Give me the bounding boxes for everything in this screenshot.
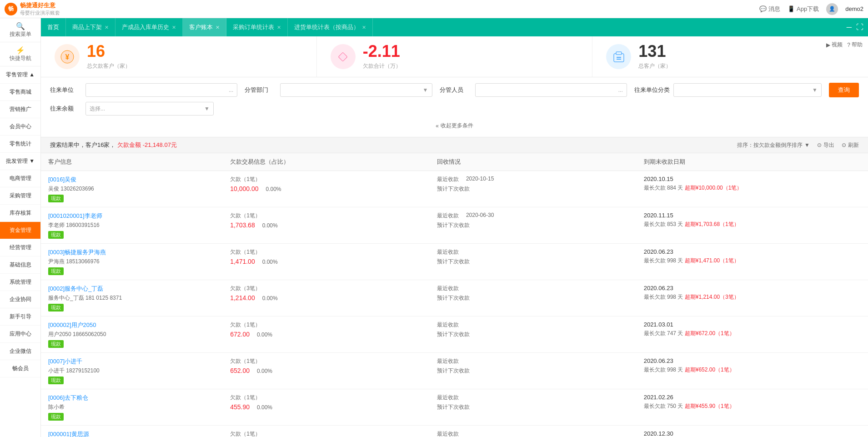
overdue-amount-1[interactable]: 超期¥1,703.68（1笔） (685, 221, 739, 227)
sidebar-item-batch-mgmt[interactable]: 批发管理 ▼ (0, 153, 40, 170)
summary-cards: ¥ 16 总欠款客户（家） -2.11 (41, 36, 868, 77)
help-btn[interactable]: ? 帮助 (847, 41, 863, 49)
refresh-btn[interactable]: ⊙ 刷新 (842, 141, 859, 149)
owe-amount-6[interactable]: 455.90 (230, 403, 250, 411)
tab-import-stat[interactable]: 进货单统计表（按商品） ✕ (288, 18, 373, 36)
tab-customer-account-close[interactable]: ✕ (216, 25, 220, 30)
overdue-amount-3[interactable]: 超期¥1,214.00（3笔） (685, 294, 739, 300)
owe-amount-2[interactable]: 1,471.00 (230, 258, 255, 265)
overdue-amount-5[interactable]: 超期¥652.00（1笔） (685, 367, 735, 373)
filter-dept: 分管部门 ▼ (245, 83, 432, 97)
sidebar-item-finance[interactable]: 资金管理 (0, 222, 40, 239)
purchase-label: 采购管理 (10, 192, 31, 199)
search-menu-item[interactable]: 🔍 搜索菜单 (0, 18, 40, 42)
customer-id-link-6[interactable]: [0006]去下粮仓 (48, 394, 216, 402)
marketing-label: 营销推广 (10, 106, 31, 112)
sidebar-item-retail-mgmt[interactable]: 零售管理 ▲ (0, 66, 40, 84)
sidebar-item-new-guide[interactable]: 新手引导 (0, 308, 40, 326)
customer-id-link-5[interactable]: [0007]小进千 (48, 357, 216, 366)
sidebar-item-inventory[interactable]: 库存核算 (0, 205, 40, 222)
collapse-label: 收起更多条件 (441, 122, 473, 130)
user-label: demo2 (845, 5, 863, 12)
owe-percent-3: 0.00% (259, 295, 278, 301)
customer-id-link-4[interactable]: [000002]用户2050 (48, 321, 216, 329)
sidebar-item-retail-stat[interactable]: 零售统计 (0, 136, 40, 153)
balance-select[interactable]: 选择... ▼ (85, 102, 214, 116)
quick-nav-item[interactable]: ⚡ 快捷导航 (0, 42, 40, 66)
sidebar-item-retail-mall[interactable]: 零售商城 (0, 84, 40, 101)
retail-stat-label: 零售统计 (10, 141, 31, 147)
customer-id-link-2[interactable]: [0003]畅捷服务尹海燕 (48, 248, 216, 256)
overdue-amount-6[interactable]: 超期¥455.90（1笔） (685, 403, 735, 409)
tab-customer-account[interactable]: 客户账本 ✕ (183, 18, 226, 36)
sidebar-item-app-center[interactable]: 应用中心 (0, 326, 40, 343)
app-download-btn[interactable]: 📱 App下载 (788, 5, 819, 13)
overdue-amount-4[interactable]: 超期¥672.00（1笔） (685, 330, 735, 337)
source-unit-input[interactable]: ... (85, 83, 237, 97)
ecommerce-label: 电商管理 (10, 175, 31, 181)
app-container: 畅 畅捷通好生意 母婴行业演示账套 💬 消息 📱 App下载 👤 demo2 (0, 0, 868, 437)
owe-amount-1[interactable]: 1,703.68 (230, 221, 255, 229)
customer-id-link-3[interactable]: [0002]服务中心_丁磊 (48, 285, 216, 293)
tab-product-history-close[interactable]: ✕ (172, 25, 176, 30)
sort-select[interactable]: 排序：按欠款金额倒序排序 ▼ (737, 141, 810, 149)
view-video-btn[interactable]: ▶ 视频 (826, 41, 843, 49)
sidebar-item-member[interactable]: 会员中心 (0, 118, 40, 136)
message-icon: 💬 (759, 5, 767, 12)
sidebar-item-basic-info[interactable]: 基础信息 (0, 256, 40, 274)
tab-purchase-stat[interactable]: 采购订单统计表 ✕ (226, 18, 288, 36)
sidebar-item-sys-mgmt[interactable]: 系统管理 (0, 274, 40, 291)
tab-product-history[interactable]: 产成品入库单历史 ✕ (115, 18, 183, 36)
export-btn[interactable]: ⊙ 导出 (817, 141, 834, 149)
tab-bar-right: ─ ⛶ (842, 18, 868, 36)
cell-due-5: 2020.06.23 最长欠款 998 天 超期¥652.00（1笔） (637, 353, 868, 389)
tab-maximize-icon[interactable]: ⛶ (856, 23, 863, 31)
overdue-amount-2[interactable]: 超期¥1,471.00（1笔） (685, 257, 739, 264)
sidebar-item-marketing[interactable]: 营销推广 (0, 101, 40, 118)
next-payment-row-5: 预计下次收款 (437, 367, 629, 375)
tab-import-stat-close[interactable]: ✕ (362, 25, 366, 30)
overdue-days-2: 最长欠款 998 天 (644, 257, 685, 264)
table-row: [000001]黄思源 黄思源 13552700226 现款 欠款（1笔） 42… (41, 426, 868, 437)
customer-phone-3: 服务中心_丁磊 181 0125 8371 (48, 294, 216, 302)
owe-amount-5[interactable]: 652.00 (230, 367, 250, 374)
sidebar-item-ecommerce[interactable]: 电商管理 (0, 170, 40, 187)
collapse-btn[interactable]: « 收起更多条件 (50, 120, 859, 131)
due-date-7: 2020.12.30 (644, 430, 861, 437)
search-button[interactable]: 查询 (829, 83, 859, 97)
card2-icon (331, 44, 356, 69)
dept-select[interactable]: ▼ (280, 83, 432, 97)
sidebar-item-vip[interactable]: 畅会员 (0, 360, 40, 377)
sidebar: 🔍 搜索菜单 ⚡ 快捷导航 零售管理 ▲ 零售商城 营销推广 会员中心 零售统计 (0, 18, 41, 437)
tab-purchase-stat-close[interactable]: ✕ (277, 25, 281, 30)
inventory-label: 库存核算 (10, 210, 31, 216)
next-payment-row-2: 预计下次收款 (437, 258, 629, 266)
sidebar-item-wechat[interactable]: 企业微信 (0, 343, 40, 360)
customer-tag-6: 现款 (48, 413, 64, 421)
sidebar-item-operations[interactable]: 经营管理 (0, 239, 40, 256)
cell-customer-3: [0002]服务中心_丁磊 服务中心_丁磊 181 0125 8371 现款 (41, 280, 223, 316)
tab-minimize-icon[interactable]: ─ (847, 23, 852, 31)
overdue-info-4: 最长欠款 747 天 超期¥672.00（1笔） (644, 330, 861, 337)
messages-btn[interactable]: 💬 消息 (759, 5, 780, 13)
tab-home[interactable]: 首页 (41, 18, 66, 36)
owe-amount-0[interactable]: 10,000.00 (230, 185, 258, 192)
cell-due-7: 2020.12.30 最长欠款 808 天 超期¥429.00（1笔） (637, 426, 868, 437)
last-payment-label-5: 最近收款 (437, 357, 459, 365)
tab-product-offshelf-close[interactable]: ✕ (105, 25, 109, 30)
tab-product-offshelf[interactable]: 商品上下架 ✕ (66, 18, 115, 36)
logo-text: 畅捷通好生意 母婴行业演示账套 (20, 1, 60, 16)
unit-classify-select[interactable]: ▼ (673, 83, 822, 97)
customer-id-link-1[interactable]: [0001020001]李老师 (48, 212, 216, 220)
sidebar-item-enterprise[interactable]: 企业协同 (0, 291, 40, 308)
customer-id-link-0[interactable]: [0016]吴俊 (48, 176, 216, 184)
owe-amount-3[interactable]: 1,214.00 (230, 294, 255, 301)
next-payment-row-4: 预计下次收款 (437, 331, 629, 338)
customer-id-link-7[interactable]: [000001]黄思源 (48, 430, 216, 437)
sidebar-item-purchase[interactable]: 采购管理 (0, 187, 40, 205)
owe-amount-4[interactable]: 672.00 (230, 331, 250, 338)
person-input[interactable]: ... (475, 83, 627, 97)
filter-person: 分管人员 ... (440, 83, 627, 97)
retail-mall-label: 零售商城 (10, 89, 31, 95)
overdue-amount-0[interactable]: 超期¥10,000.00（1笔） (685, 185, 743, 191)
